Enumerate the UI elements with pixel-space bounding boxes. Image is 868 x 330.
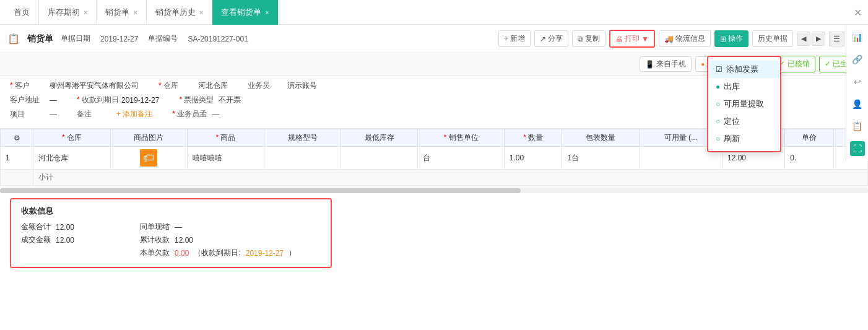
date-value: 2019-12-27 <box>100 35 138 43</box>
project-field: 项目 — <box>10 109 57 119</box>
same-order-item: 同单现结 — <box>140 222 239 232</box>
tab-sales-history[interactable]: 销货单历史 × <box>147 0 212 25</box>
sidebar-icon-link[interactable]: 🔗 <box>850 52 865 67</box>
same-order-label: 同单现结 <box>140 222 170 232</box>
tab-bar: 首页 库存期初 × 销货单 × 销货单历史 × 查看销货单 × ✕ <box>0 0 868 25</box>
this-due-label: 本单欠款 <box>140 248 170 258</box>
col-image: 商品图片 <box>110 129 187 147</box>
col-pkg-qty: 包装数量 <box>562 129 639 147</box>
share-icon: ↗ <box>540 35 546 43</box>
col-price: 单价 <box>785 129 833 147</box>
due-note-end: ） <box>289 248 296 258</box>
dropdown-refresh[interactable]: ○ 刷新 <box>708 130 780 147</box>
remark-field: 备注 + 添加备注 <box>77 109 152 119</box>
window-close-button[interactable]: ✕ <box>854 6 862 18</box>
cell-qty: 1.00 <box>504 147 562 170</box>
ops-button[interactable]: ⊞ 操作 <box>714 30 749 47</box>
logistics-icon: 🚚 <box>664 35 674 43</box>
radio-icon: ○ <box>716 100 720 108</box>
this-due-item: 本单欠款 0.00 （收款到期日: 2019-12-27 ） <box>140 248 296 258</box>
deal-label: 成交金额 <box>21 235 51 245</box>
dropdown-add-invoice[interactable]: ☑ 添加发票 <box>708 61 780 78</box>
subtotal-cells: 小计 <box>33 170 868 186</box>
doc-header: 📋 销货单 单据日期 2019-12-27 单据编号 SA-20191227-0… <box>0 25 868 53</box>
ticket-type-field: 票据类型 不开票 <box>179 95 241 105</box>
doc-type-label: 销货单 <box>27 33 53 45</box>
ops-dropdown: ☑ 添加发票 ● 出库 ○ 可用量提取 ○ 定位 ○ 刷新 <box>707 56 781 152</box>
sidebar-icon-undo[interactable]: ↩ <box>850 74 865 89</box>
doc-actions: + 新增 ↗ 分享 ⧉ 复制 🖨 打印 ▼ 🚚 物流信息 ⊞ 操作 <box>498 30 861 48</box>
tab-home[interactable]: 首页 <box>5 0 39 25</box>
tab-sales[interactable]: 销货单 × <box>97 0 146 25</box>
payment-info-box: 收款信息 金额合计 12.00 同单现结 — 成交金额 12.00 累计收款 1… <box>10 198 332 268</box>
cell-unit: 台 <box>418 147 504 170</box>
sidebar-icon-doc[interactable]: 📋 <box>850 119 865 134</box>
subtotal-row: 小计 <box>1 170 868 186</box>
tab-sales-close[interactable]: × <box>133 9 137 16</box>
share-button[interactable]: ↗ 分享 <box>534 30 568 47</box>
this-due-value: 0.00 <box>175 249 189 258</box>
payment-date-field: 收款到期日 2019-12-27 <box>77 95 159 105</box>
salesperson2-value: — <box>212 110 219 119</box>
history-button[interactable]: 历史单据 <box>752 30 793 47</box>
project-label: 项目 <box>10 109 47 119</box>
due-note: （收款到期日: <box>194 248 240 258</box>
col-qty: 数量 <box>504 129 562 147</box>
right-sidebar: 📊 🔗 ↩ 👤 📋 ⛶ <box>846 25 868 161</box>
sidebar-icon-chart[interactable]: 📊 <box>850 30 865 45</box>
copy-icon: ⧉ <box>578 35 583 43</box>
sidebar-icon-expand[interactable]: ⛶ <box>850 141 865 156</box>
tab-inventory[interactable]: 库存期初 × <box>39 0 97 25</box>
tab-sales-history-close[interactable]: × <box>199 9 203 16</box>
payment-row-1: 金额合计 12.00 同单现结 — <box>21 222 321 232</box>
print-button[interactable]: 🖨 打印 ▼ <box>609 30 655 48</box>
tab-inventory-close[interactable]: × <box>84 9 87 16</box>
warehouse-value: 河北仓库 <box>198 80 228 91</box>
cell-product: 嘻嘻嘻嘻 <box>187 147 264 170</box>
total-item: 金额合计 12.00 <box>21 222 120 232</box>
new-button[interactable]: + 新增 <box>498 30 531 47</box>
salesperson-label: 业务员 <box>248 80 285 91</box>
project-value: — <box>50 110 57 119</box>
remark-label: 备注 <box>77 109 114 119</box>
warehouse-label: 仓库 <box>158 80 196 91</box>
copy-button[interactable]: ⧉ 复制 <box>572 30 605 47</box>
dropdown-available-extract[interactable]: ○ 可用量提取 <box>708 95 780 113</box>
col-unit: 销售单位 <box>418 129 504 147</box>
dropdown-outbound[interactable]: ● 出库 <box>708 78 780 95</box>
deal-value: 12.00 <box>56 236 74 245</box>
sidebar-icon-user[interactable]: 👤 <box>850 97 865 111</box>
add-remark-button[interactable]: + 添加备注 <box>116 109 152 119</box>
settings-icon: ⚙ <box>14 134 20 142</box>
payment-title: 收款信息 <box>21 206 321 217</box>
radio-icon-2: ○ <box>716 117 720 126</box>
nav-arrows: ◀ ▶ <box>797 32 825 46</box>
number-value: SA-20191227-001 <box>188 35 248 43</box>
col-product: 商品 <box>187 129 264 147</box>
tab-view-sales[interactable]: 查看销货单 × <box>212 0 278 25</box>
radio-selected-icon: ● <box>716 82 720 91</box>
payment-date-value: 2019-12-27 <box>121 96 159 105</box>
doc-meta: 单据日期 2019-12-27 单据编号 SA-20191227-001 <box>61 33 248 44</box>
radio-icon-3: ○ <box>716 134 720 143</box>
list-view-button[interactable]: ☰ <box>829 32 844 46</box>
next-button[interactable]: ▶ <box>812 32 825 46</box>
prev-button[interactable]: ◀ <box>797 32 810 46</box>
dropdown-locate[interactable]: ○ 定位 <box>708 113 780 130</box>
logistics-button[interactable]: 🚚 物流信息 <box>659 30 711 47</box>
tab-view-sales-close[interactable]: × <box>265 9 269 16</box>
subtotal-label <box>1 170 33 186</box>
due-date: 2019-12-27 <box>246 249 284 258</box>
print-icon: 🖨 <box>615 35 623 43</box>
customer-label: 客户 <box>10 80 47 91</box>
cell-warehouse: 河北仓库 <box>33 147 110 170</box>
cell-min-stock <box>341 147 418 170</box>
cell-image: 🏷 <box>110 147 187 170</box>
from-phone-button[interactable]: 📱 来自手机 <box>640 56 692 72</box>
ticket-type-value: 不开票 <box>219 95 241 105</box>
deal-item: 成交金额 12.00 <box>21 235 120 245</box>
cell-seq: 1 <box>1 147 33 170</box>
address-value: — <box>50 96 57 105</box>
salesperson-value: 演示账号 <box>287 80 317 91</box>
doc-icon: 📋 <box>7 33 20 45</box>
